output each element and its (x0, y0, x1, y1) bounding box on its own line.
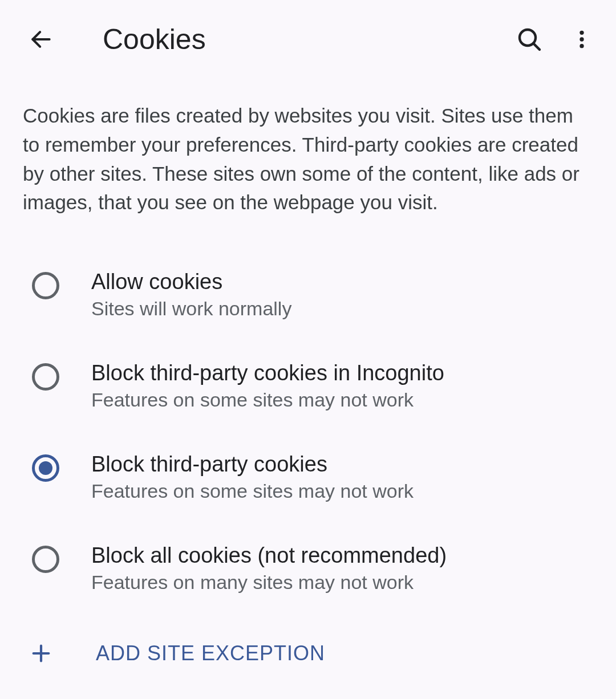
option-title: Allow cookies (91, 270, 593, 294)
option-title: Block all cookies (not recommended) (91, 543, 593, 568)
radio-icon (32, 454, 59, 482)
svg-point-5 (579, 44, 583, 48)
more-button[interactable] (570, 26, 593, 53)
radio-icon (32, 363, 59, 391)
cookies-description: Cookies are files created by websites yo… (0, 79, 616, 240)
option-subtitle: Features on some sites may not work (91, 389, 593, 411)
radio-icon (32, 546, 59, 573)
search-button[interactable] (516, 26, 543, 53)
option-title: Block third-party cookies in Incognito (91, 361, 593, 385)
option-block-third-party-incognito[interactable]: Block third-party cookies in Incognito F… (0, 340, 616, 432)
option-text: Allow cookies Sites will work normally (91, 270, 593, 320)
page-title: Cookies (103, 23, 495, 56)
add-site-exception-button[interactable]: ADD SITE EXCEPTION (0, 614, 616, 693)
more-vert-icon (570, 26, 593, 53)
plus-icon (30, 642, 52, 665)
arrow-back-icon (29, 27, 54, 52)
option-subtitle: Features on many sites may not work (91, 571, 593, 594)
header: Cookies (0, 0, 616, 79)
svg-point-4 (579, 37, 583, 41)
header-actions (516, 26, 593, 53)
radio-icon (32, 272, 59, 299)
cookies-options: Allow cookies Sites will work normally B… (0, 240, 616, 614)
option-title: Block third-party cookies (91, 452, 593, 477)
svg-point-3 (579, 31, 583, 35)
add-site-exception-label: ADD SITE EXCEPTION (96, 641, 325, 665)
back-button[interactable] (27, 26, 55, 53)
svg-line-2 (533, 43, 540, 50)
option-subtitle: Sites will work normally (91, 298, 593, 320)
option-text: Block third-party cookies in Incognito F… (91, 361, 593, 411)
option-text: Block all cookies (not recommended) Feat… (91, 543, 593, 594)
option-subtitle: Features on some sites may not work (91, 480, 593, 502)
option-text: Block third-party cookies Features on so… (91, 452, 593, 502)
option-block-third-party[interactable]: Block third-party cookies Features on so… (0, 432, 616, 523)
option-block-all-cookies[interactable]: Block all cookies (not recommended) Feat… (0, 523, 616, 614)
option-allow-cookies[interactable]: Allow cookies Sites will work normally (0, 249, 616, 340)
search-icon (516, 26, 543, 53)
